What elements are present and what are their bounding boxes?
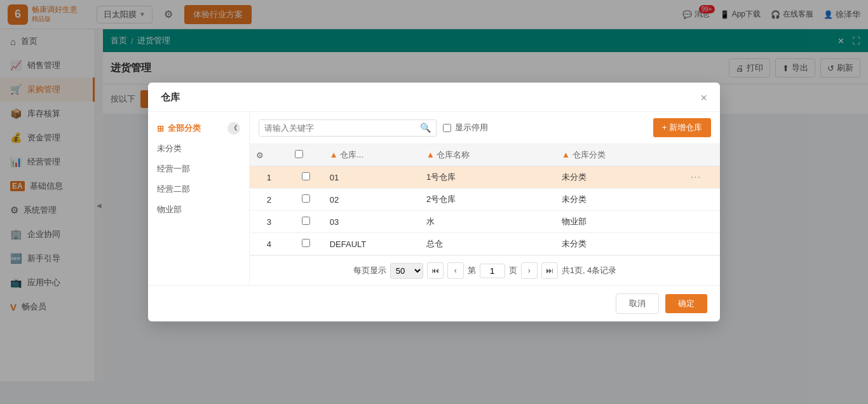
modal-header: 仓库 × <box>148 83 720 112</box>
modal-footer: 取消 确定 <box>148 285 720 321</box>
row-category-0: 未分类 <box>555 166 672 189</box>
row-no-1: 2 <box>250 189 288 211</box>
sort-name-icon: ▲ <box>426 150 435 159</box>
table-header: ⚙ ▲ 仓库... ▲ <box>250 144 720 166</box>
table-body: 1 01 1号仓库 未分类 ··· <box>250 166 720 255</box>
per-page-select[interactable]: 50 10 20 100 <box>390 263 423 279</box>
warehouse-modal: 仓库 × ⊞ 全部分类 《 未分类 经营一部 经营二部 <box>148 83 720 321</box>
all-categories-button[interactable]: ⊞ 全部分类 《 <box>148 118 249 138</box>
table-row[interactable]: 3 03 水 物业部 <box>250 211 720 233</box>
col-header-code: ▲ 仓库... <box>323 144 420 166</box>
row-name-0: 1号仓库 <box>420 166 555 189</box>
row-no-2: 3 <box>250 211 288 233</box>
row-name-2: 水 <box>420 211 555 233</box>
category-item-0[interactable]: 未分类 <box>148 138 249 159</box>
add-warehouse-button[interactable]: + 新增仓库 <box>653 118 711 137</box>
table-row[interactable]: 1 01 1号仓库 未分类 ··· <box>250 166 720 189</box>
cancel-button[interactable]: 取消 <box>616 293 659 314</box>
row-no: 1 <box>250 166 288 189</box>
pagination-bar: 每页显示 50 10 20 100 ⏮ ‹ 第 页 › ⏭ 共1页, 4条记录 <box>250 255 720 285</box>
row-checkbox-0[interactable] <box>302 172 310 180</box>
table-row[interactable]: 4 DEFAULT 总仓 未分类 <box>250 233 720 255</box>
sort-icon: ▲ <box>330 150 338 159</box>
col-header-category: ▲ 仓库分类 <box>555 144 672 166</box>
show-disabled-checkbox[interactable] <box>443 124 451 132</box>
col-header-name: ▲ 仓库名称 <box>420 144 555 166</box>
modal-title: 仓库 <box>161 91 180 104</box>
warehouse-table: ⚙ ▲ 仓库... ▲ <box>250 144 720 255</box>
row-code-3: DEFAULT <box>323 233 420 255</box>
row-name-1: 2号仓库 <box>420 189 555 211</box>
row-actions-0[interactable]: ··· <box>691 172 701 182</box>
next-page-button[interactable]: › <box>521 262 538 279</box>
row-checkbox-1[interactable] <box>302 194 310 203</box>
table-scroll-area: ⚙ ▲ 仓库... ▲ <box>250 144 720 255</box>
category-panel: ⊞ 全部分类 《 未分类 经营一部 经营二部 物业部 <box>148 112 250 285</box>
row-no-3: 4 <box>250 233 288 255</box>
last-page-button[interactable]: ⏭ <box>541 262 558 279</box>
category-item-3[interactable]: 物业部 <box>148 199 249 220</box>
modal-close-button[interactable]: × <box>700 92 707 104</box>
row-category-3: 未分类 <box>555 233 672 255</box>
row-name-3: 总仓 <box>420 233 555 255</box>
sort-category-icon: ▲ <box>562 150 570 159</box>
search-icon[interactable]: 🔍 <box>415 123 436 133</box>
page-number-input[interactable] <box>480 264 505 278</box>
row-category-2: 物业部 <box>555 211 672 233</box>
row-checkbox-3[interactable] <box>302 239 310 247</box>
category-collapse-button[interactable]: 《 <box>227 122 240 135</box>
row-code-0: 01 <box>323 166 420 189</box>
grid-icon: ⊞ <box>157 124 164 133</box>
row-code-2: 03 <box>323 211 420 233</box>
select-all-checkbox[interactable] <box>295 150 303 158</box>
category-item-2[interactable]: 经营二部 <box>148 179 249 199</box>
search-box: 🔍 <box>259 119 437 137</box>
settings-icon: ⚙ <box>256 151 264 160</box>
row-code-1: 02 <box>323 189 420 211</box>
search-input[interactable] <box>259 120 415 136</box>
col-header-check <box>288 144 323 166</box>
modal-body: ⊞ 全部分类 《 未分类 经营一部 经营二部 物业部 <box>148 112 720 285</box>
row-checkbox-2[interactable] <box>302 217 310 225</box>
first-page-button[interactable]: ⏮ <box>427 262 444 279</box>
row-category-1: 未分类 <box>555 189 672 211</box>
table-row[interactable]: 2 02 2号仓库 未分类 <box>250 189 720 211</box>
show-disabled-label[interactable]: 显示停用 <box>443 122 488 133</box>
col-header-actions <box>672 144 720 166</box>
col-header-setting: ⚙ <box>250 144 288 166</box>
pagination-total: 共1页, 4条记录 <box>562 265 617 276</box>
category-item-1[interactable]: 经营一部 <box>148 159 249 179</box>
modal-overlay: 仓库 × ⊞ 全部分类 《 未分类 经营一部 经营二部 <box>0 0 868 381</box>
confirm-button[interactable]: 确定 <box>665 294 707 313</box>
prev-page-button[interactable]: ‹ <box>447 262 464 279</box>
table-panel: 🔍 显示停用 + 新增仓库 ⚙ <box>250 112 720 285</box>
table-toolbar: 🔍 显示停用 + 新增仓库 <box>250 112 720 144</box>
